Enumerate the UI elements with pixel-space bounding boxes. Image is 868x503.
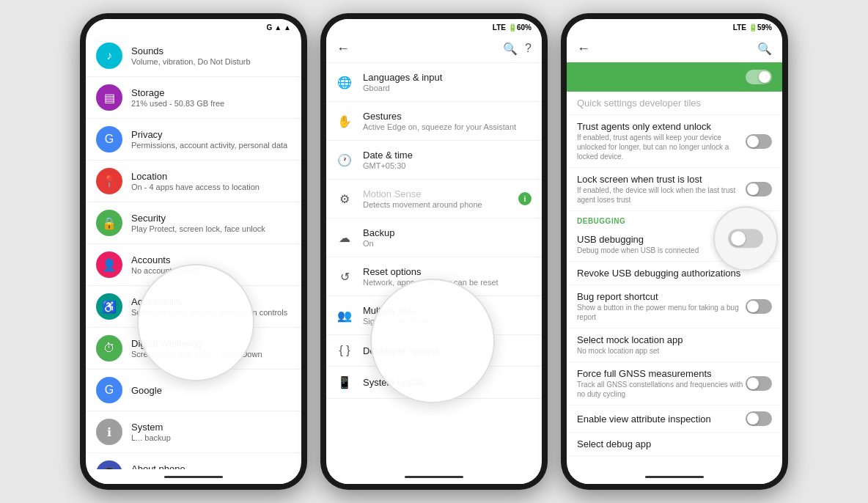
system-item-gestures[interactable]: ✋ Gestures Active Edge on, squeeze for y… [326,102,542,141]
bugreport-title: Bug report shortcut [577,291,746,302]
sounds-icon: ♪ [96,43,122,69]
bugreport-subtitle: Show a button in the power menu for taki… [577,303,746,322]
accounts-icon: 👤 [96,252,122,278]
dev-options-list: Quick settings developer tiles Trust age… [567,92,782,469]
motionsense-icon: ⚙ [336,192,353,206]
developer-toggle[interactable] [746,70,772,84]
dev-item-debugapp[interactable]: Select debug app [567,433,782,456]
settings-item-storage[interactable]: ▤ Storage 21% used - 50.83 GB free [86,77,301,119]
status-icons-1: G ▲ ▲ [266,23,291,32]
phone-1: G ▲ ▲ ♪ Sounds Volume, vibration, Do Not… [80,13,307,490]
settings-item-security[interactable]: 🔒 Security Play Protect, screen lock, fa… [86,202,301,244]
accounts-title: Accounts [131,254,291,265]
trustagents-toggle[interactable] [746,134,772,149]
system-circle-overlay [137,264,254,381]
sounds-subtitle: Volume, vibration, Do Not Disturb [131,57,291,66]
developer-on-bar [567,62,782,92]
mocklocation-text: Select mock location app No mock locatio… [577,334,772,356]
lockscreen-text: Lock screen when trust is lost If enable… [577,174,746,205]
quicksettings-title: Quick settings developer tiles [577,98,772,109]
dev-item-mocklocation[interactable]: Select mock location app No mock locatio… [567,328,782,362]
search-icon-3[interactable]: 🔍 [757,42,772,56]
back-button-3[interactable]: ← [577,41,590,56]
dev-item-lockscreen[interactable]: Lock screen when trust is lost If enable… [567,168,782,211]
trustagents-text: Trust agents only extend unlock If enabl… [577,121,746,161]
settings-item-sounds[interactable]: ♪ Sounds Volume, vibration, Do Not Distu… [86,35,301,77]
system-item-datetime[interactable]: 🕐 Date & time GMT+05:30 [326,141,542,180]
privacy-icon: G [96,126,122,153]
languages-icon: 🌐 [336,76,353,89]
gnss-toggle[interactable] [746,376,772,391]
storage-icon: ▤ [96,84,122,111]
bugreport-toggle[interactable] [746,299,772,314]
motionsense-text: Motion Sense Detects movement around pho… [363,188,482,209]
help-icon-2[interactable]: ? [525,42,532,56]
gestures-title: Gestures [363,111,516,122]
dev-item-bugreport[interactable]: Bug report shortcut Show a button in the… [567,285,782,328]
status-icons-3: LTE 🔋59% [733,23,772,32]
location-title: Location [131,171,291,182]
search-icon-2[interactable]: 🔍 [503,42,518,56]
system-item-backup[interactable]: ☁ Backup On [326,219,542,257]
settings-item-privacy[interactable]: G Privacy Permissions, account activity,… [86,119,301,161]
location-text: Location On - 4 apps have access to loca… [131,171,291,191]
gestures-subtitle: Active Edge on, squeeze for your Assista… [363,122,516,131]
usb-toggle-circle[interactable] [713,206,778,271]
security-subtitle: Play Protect, screen lock, face unlock [131,224,291,233]
mocklocation-subtitle: No mock location app set [577,346,772,356]
wifi-icon: ▲ [274,23,282,32]
datetime-subtitle: GMT+05:30 [363,161,413,170]
status-bar-2: LTE 🔋60% [326,19,542,35]
dev-item-quicksettings[interactable]: Quick settings developer tiles [567,92,782,115]
trustagents-subtitle: If enabled, trust agents will keep your … [577,133,746,161]
home-indicator-2 [326,469,542,484]
resetoptions-icon: ↺ [336,270,353,284]
system-item-motionsense[interactable]: ⚙ Motion Sense Detects movement around p… [326,180,542,219]
settings-item-aboutphone[interactable]: 📱 About phone Pixel 4 XL [86,453,301,469]
settings-item-system[interactable]: ℹ System L... backup [86,411,301,453]
lockscreen-title: Lock screen when trust is lost [577,174,746,185]
mocklocation-title: Select mock location app [577,334,772,345]
lockscreen-toggle[interactable] [746,182,772,197]
datetime-text: Date & time GMT+05:30 [363,150,413,170]
systemupdate-icon: 📱 [336,375,353,389]
datetime-icon: 🕐 [336,153,353,167]
home-bar-1 [164,476,223,478]
security-icon: 🔒 [96,210,122,236]
dev-item-trustagents[interactable]: Trust agents only extend unlock If enabl… [567,115,782,168]
settings-item-location[interactable]: 📍 Location On - 4 apps have access to lo… [86,161,301,202]
developeroptions-icon: { } [336,344,353,357]
developer-options-circle [370,279,495,403]
system-item-languages[interactable]: 🌐 Languages & input Gboard [326,63,542,102]
location-icon: 📍 [96,168,122,194]
phone-2: LTE 🔋60% ← 🔍 ? 🌐 Languages & input Gboar… [320,13,548,490]
aboutphone-icon: 📱 [96,460,122,469]
system-title: System [131,422,291,433]
security-text: Security Play Protect, screen lock, face… [131,213,291,233]
viewattribute-toggle[interactable] [746,411,772,426]
back-button-2[interactable]: ← [336,41,350,56]
datetime-title: Date & time [363,150,413,161]
storage-subtitle: 21% used - 50.83 GB free [131,99,291,108]
home-indicator-1 [86,469,301,484]
settings-list-1: ♪ Sounds Volume, vibration, Do Not Distu… [86,35,301,469]
phone-3: LTE 🔋59% ← 🔍 Quick settings developer ti… [561,13,788,490]
privacy-title: Privacy [131,129,291,140]
google-icon: G [266,23,272,32]
dev-item-viewattribute[interactable]: Enable view attribute inspection [567,405,782,433]
battery-icon-3: 🔋59% [749,23,772,32]
gnss-text: Force full GNSS measurements Track all G… [577,368,746,399]
lte-icon: LTE [493,23,506,32]
backup-subtitle: On [363,239,394,248]
lte-icon-3: LTE [733,23,746,32]
lockscreen-subtitle: If enabled, the device will lock when th… [577,186,746,205]
security-title: Security [131,213,291,224]
location-subtitle: On - 4 apps have access to location [131,183,291,191]
backup-text: Backup On [363,227,394,248]
signal-icon: ▲ [284,23,291,32]
dev-item-gnss[interactable]: Force full GNSS measurements Track all G… [567,362,782,405]
aboutphone-title: About phone [131,463,291,469]
debugapp-text: Select debug app [577,438,772,449]
motionsense-subtitle: Detects movement around phone [363,200,482,209]
motion-sense-badge: i [518,192,532,205]
